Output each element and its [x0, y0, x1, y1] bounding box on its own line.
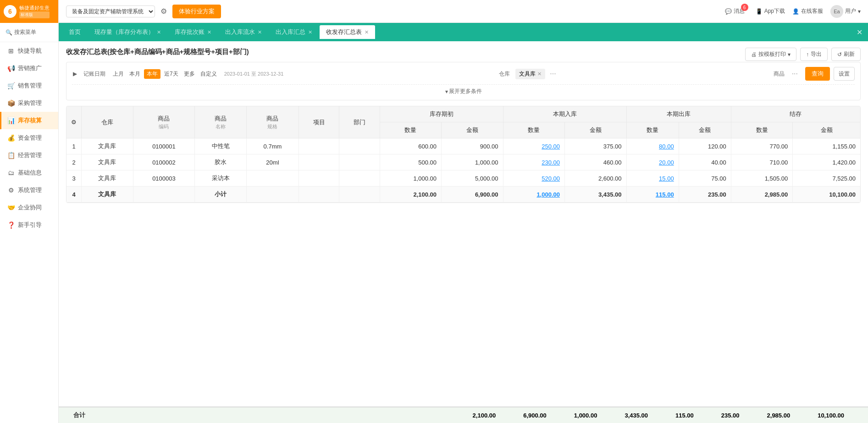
- online-service-button[interactable]: 👤 在线客服: [792, 7, 823, 15]
- finance-icon: 💰: [7, 134, 15, 142]
- date-btn-this-year[interactable]: 本年: [144, 69, 160, 79]
- col-group-in-header: 本期入库: [503, 106, 626, 122]
- settings-button[interactable]: ⚙: [160, 7, 167, 16]
- sidebar-item-operations[interactable]: 📋 经营管理: [0, 147, 58, 164]
- avatar: Ea: [830, 5, 843, 18]
- cell-out-qty[interactable]: 80.00: [626, 138, 679, 154]
- sidebar-item-label: 营销推广: [18, 64, 42, 72]
- cell-goods-spec: 0.7mm: [246, 138, 299, 154]
- tab-close-recv-send-summary[interactable]: ✕: [365, 29, 369, 35]
- message-button[interactable]: 💬 消息 6: [725, 7, 745, 15]
- filter-settings-button[interactable]: 设置: [834, 67, 855, 81]
- date-btn-last-7days[interactable]: 近7天: [162, 69, 180, 79]
- app-download-button[interactable]: 📱 App下载: [756, 7, 785, 15]
- cell-open-amt: 1,000.00: [442, 154, 503, 170]
- message-badge: 6: [741, 4, 748, 11]
- col-department-header: 部门: [339, 106, 380, 138]
- cell-close-qty: 1,505.00: [731, 170, 793, 187]
- col-open-qty-header: 数量: [380, 122, 442, 138]
- col-in-qty-header: 数量: [503, 122, 565, 138]
- cell-goods-spec: 20ml: [246, 154, 299, 170]
- expand-more-button[interactable]: ▾ 展开更多条件: [445, 88, 482, 95]
- warehouse-tags: 文具库 ✕ ···: [515, 69, 558, 79]
- cell-open-amt: 900.00: [442, 138, 503, 154]
- warehouse-filter-more[interactable]: ···: [548, 70, 558, 78]
- cell-in-qty[interactable]: 1,000.00: [503, 187, 565, 203]
- cell-no: 1: [66, 138, 82, 154]
- sidebar-item-label: 新手引导: [18, 221, 42, 229]
- tab-close-inout-summary[interactable]: ✕: [308, 29, 312, 35]
- tab-home[interactable]: 首页: [62, 25, 87, 39]
- cell-in-qty[interactable]: 230.00: [503, 154, 565, 170]
- logo-title: 畅捷通好生意: [19, 5, 50, 11]
- tab-inout-flow[interactable]: 出入库流水 ✕: [219, 25, 268, 39]
- sidebar-item-enterprise[interactable]: 🤝 企业协同: [0, 199, 58, 216]
- sidebar-item-finance[interactable]: 💰 资金管理: [0, 129, 58, 147]
- cell-out-qty[interactable]: 20.00: [626, 154, 679, 170]
- export-button[interactable]: ↑ 导出: [800, 48, 828, 61]
- cell-in-amt: 2,600.00: [565, 170, 627, 187]
- export-icon: ↑: [806, 51, 809, 58]
- cell-out-qty[interactable]: 15.00: [626, 170, 679, 187]
- tab-close-stock-dist[interactable]: ✕: [157, 29, 161, 35]
- bottom-total-bar: 合计 2,100.00 6,900.00 1,000.00 3,435.00 1…: [59, 407, 868, 423]
- sidebar-logo: 6 畅捷通好生意 标准版: [0, 0, 58, 23]
- user-menu[interactable]: Ea 用户 ▾: [830, 5, 861, 18]
- cell-goods-spec: [246, 170, 299, 187]
- cell-goods-code: [133, 187, 195, 203]
- query-button[interactable]: 查询: [805, 67, 830, 81]
- sidebar-item-basic[interactable]: 🗂 基础信息: [0, 164, 58, 181]
- data-table-wrapper: ⚙ 仓库 商品编码 商品名称 商品规格 项目 部门 库存期初 本期入库 本期出库…: [66, 106, 861, 203]
- tabs-close-all-button[interactable]: ✕: [855, 26, 864, 38]
- sidebar-item-system[interactable]: ⚙ 系统管理: [0, 181, 58, 199]
- cell-goods-name: 小计: [195, 187, 247, 203]
- cell-out-qty[interactable]: 115.00: [626, 187, 679, 203]
- date-btn-this-month[interactable]: 本月: [127, 69, 142, 79]
- cell-open-qty: 1,000.00: [380, 170, 442, 187]
- date-btn-more[interactable]: 更多: [182, 69, 197, 79]
- cell-out-amt: 235.00: [679, 187, 731, 203]
- enterprise-icon: 🤝: [7, 204, 15, 211]
- sidebar-item-inventory[interactable]: 📊 库存核算: [0, 112, 58, 129]
- date-btn-last-month[interactable]: 上月: [111, 69, 126, 79]
- cell-in-qty[interactable]: 250.00: [503, 138, 565, 154]
- cell-open-qty: 600.00: [380, 138, 442, 154]
- sidebar-item-quick-nav[interactable]: ⊞ 快捷导航: [0, 42, 58, 60]
- sidebar-item-label: 系统管理: [18, 186, 42, 194]
- cell-close-qty: 770.00: [731, 138, 793, 154]
- cell-out-amt: 120.00: [679, 138, 731, 154]
- sidebar-item-sales[interactable]: 🛒 销售管理: [0, 77, 58, 94]
- col-in-amt-header: 金额: [565, 122, 627, 138]
- print-icon: 🖨: [751, 51, 757, 58]
- sales-icon: 🛒: [7, 82, 15, 89]
- tab-close-inout-flow[interactable]: ✕: [258, 29, 262, 35]
- cell-warehouse: 文具库: [82, 138, 133, 154]
- quick-nav-icon: ⊞: [7, 47, 15, 55]
- sidebar-item-marketing[interactable]: 📢 营销推广: [0, 60, 58, 77]
- sidebar-item-purchase[interactable]: 📦 采购管理: [0, 94, 58, 112]
- trial-button[interactable]: 体验行业方案: [172, 5, 221, 18]
- tab-stock-dist[interactable]: 现存量（库存分布表） ✕: [88, 25, 167, 39]
- search-menu-button[interactable]: 🔍 搜索菜单: [4, 27, 55, 38]
- cell-in-qty[interactable]: 520.00: [503, 170, 565, 187]
- sidebar-item-guide[interactable]: ❓ 新手引导: [0, 216, 58, 234]
- tab-recv-send-summary[interactable]: 收发存汇总表 ✕: [320, 25, 375, 39]
- system-icon: ⚙: [7, 187, 15, 194]
- tab-close-batch[interactable]: ✕: [207, 29, 211, 35]
- tab-inout-summary[interactable]: 出入库汇总 ✕: [269, 25, 319, 39]
- refresh-button[interactable]: ↺ 刷新: [831, 48, 861, 61]
- sidebar-search[interactable]: 🔍 搜索菜单: [0, 23, 58, 42]
- cell-in-amt: 375.00: [565, 138, 627, 154]
- tab-batch[interactable]: 库存批次账 ✕: [168, 25, 218, 39]
- cell-warehouse: 文具库: [82, 154, 133, 170]
- system-selector[interactable]: 装备及固定资产辅助管理系统: [66, 5, 155, 17]
- date-btn-custom[interactable]: 自定义: [199, 69, 219, 79]
- cell-goods-code: 0100002: [133, 154, 195, 170]
- filter-collapse-button[interactable]: ▶: [72, 70, 78, 78]
- cell-open-qty: 500.00: [380, 154, 442, 170]
- template-print-button[interactable]: 🖨 按模板打印 ▾: [745, 48, 796, 61]
- warehouse-tag-close[interactable]: ✕: [537, 71, 542, 77]
- goods-filter-more[interactable]: ···: [790, 70, 800, 78]
- search-icon: 🔍: [6, 29, 12, 36]
- warehouse-filter-label: 仓库: [499, 70, 510, 78]
